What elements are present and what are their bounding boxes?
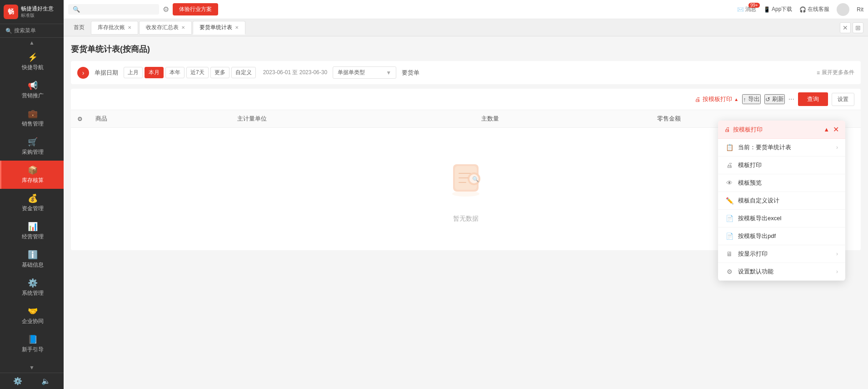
collab-icon: 🤝: [28, 306, 38, 316]
sidebar-item-apps[interactable]: 🔧 应用中心: [0, 358, 64, 363]
expand-icon: ≡: [817, 70, 820, 76]
refresh-icon: ↺: [765, 96, 770, 103]
date-btn-more[interactable]: 更多: [210, 67, 229, 78]
volume-footer-icon[interactable]: 🔈: [41, 377, 50, 385]
topbar-search-input[interactable]: [82, 6, 145, 13]
app-download-btn[interactable]: 📱 App下载: [763, 5, 792, 13]
topbar-search-box[interactable]: 🔍: [68, 4, 159, 15]
sidebar-item-inventory[interactable]: 📦 库存核算: [0, 161, 64, 189]
tab-home[interactable]: 首页: [68, 21, 90, 34]
current-template-item[interactable]: 📋 当前：要货单统计表 ›: [718, 139, 845, 157]
set-default-chevron-icon: ›: [836, 268, 838, 275]
sidebar-item-sales[interactable]: 💼 销售管理: [0, 104, 64, 132]
set-default-icon: ⚙: [725, 268, 733, 275]
tab-close-inventory-batch[interactable]: ✕: [128, 25, 131, 30]
export-btn[interactable]: ↑ 导出: [742, 94, 761, 104]
template-design-item[interactable]: ✏️ 模板自定义设计: [718, 192, 845, 210]
user-avatar[interactable]: [837, 3, 849, 16]
display-print-item[interactable]: 🖥 按显示打印 ›: [718, 245, 845, 263]
sidebar-scroll-up[interactable]: ▲: [0, 38, 64, 48]
sidebar-search[interactable]: 🔍 搜索菜单: [0, 24, 64, 38]
template-print-item[interactable]: 🖨 模板打印: [718, 157, 845, 174]
sidebar-item-shortcuts[interactable]: ⚡ 快捷导航: [0, 48, 64, 76]
finance-icon: 💰: [28, 193, 38, 203]
tab-maximize-btn[interactable]: ⊞: [853, 22, 863, 33]
type-filter-select[interactable]: 单据单类型 ▼: [333, 66, 396, 79]
topbar-gear-icon[interactable]: ⚙: [163, 5, 169, 14]
sidebar-logo: 畅 畅捷通好生意 标准版: [0, 0, 64, 24]
topbar-right-actions: ✉️ 消息 99+ 📱 App下载 🎧 在线客服 Rit: [737, 3, 863, 16]
print-dropdown: 🖨 按模板打印 ▲ ✕ 📋 当前：要货单统计表 › 🖨 模板打印: [718, 121, 845, 281]
refresh-btn[interactable]: ↺ 刷新: [764, 94, 785, 104]
more-options-icon[interactable]: ···: [788, 95, 794, 103]
sidebar-item-guide[interactable]: 📘 新手引导: [0, 330, 64, 358]
date-btn-custom[interactable]: 自定义: [231, 67, 256, 78]
scroll-down-icon[interactable]: ▼: [29, 364, 35, 371]
template-preview-item[interactable]: 👁 模板预览: [718, 174, 845, 192]
operations-icon: 📊: [28, 222, 38, 232]
tab-close-stock-summary[interactable]: ✕: [181, 25, 185, 30]
sidebar-item-marketing[interactable]: 📢 营销推广: [0, 76, 64, 104]
tabbar-actions: ✕ ⊞: [840, 22, 863, 33]
date-btn-this-year[interactable]: 本年: [165, 67, 185, 78]
goods-type-label: 要货单: [402, 69, 419, 77]
query-btn[interactable]: 查询: [798, 92, 828, 106]
template-export-excel-item[interactable]: 📄 按模板导出excel: [718, 210, 845, 227]
select-chevron-icon: ▼: [386, 70, 391, 76]
sidebar-item-purchase[interactable]: 🛒 采购管理: [0, 132, 64, 161]
empty-text: 暂无数据: [453, 215, 479, 223]
settings-btn[interactable]: 设置: [832, 93, 854, 106]
sidebar-item-basics[interactable]: ℹ️ 基础信息: [0, 245, 64, 273]
sidebar-item-system[interactable]: ⚙️ 系统管理: [0, 273, 64, 302]
purchase-icon: 🛒: [28, 137, 38, 147]
tab-close-all-btn[interactable]: ✕: [840, 22, 851, 33]
shortcuts-icon: ⚡: [28, 52, 38, 62]
dropdown-chevron-up-icon[interactable]: ▲: [823, 126, 829, 133]
sidebar: 畅 畅捷通好生意 标准版 🔍 搜索菜单 ▲ ⚡ 快捷导航 📢 营销推广 💼 销售…: [0, 0, 64, 389]
display-print-icon: 🖥: [725, 250, 733, 258]
headset-icon: 🎧: [799, 6, 806, 13]
template-export-pdf-icon: 📄: [725, 232, 733, 240]
template-print-icon: 🖨: [725, 162, 733, 169]
search-icon: 🔍: [5, 28, 12, 34]
table-settings-th[interactable]: ⚙: [71, 110, 89, 128]
dropdown-close-icon[interactable]: ✕: [833, 125, 839, 134]
scroll-up-icon[interactable]: ▲: [29, 40, 35, 46]
set-default-left: ⚙ 设置默认功能: [725, 268, 773, 276]
template-export-pdf-item[interactable]: 📄 按模板导出pdf: [718, 227, 845, 245]
date-btn-last-month[interactable]: 上月: [124, 67, 143, 78]
sidebar-item-finance[interactable]: 💰 资金管理: [0, 189, 64, 217]
col-unit: 主计量单位: [231, 110, 475, 128]
page-content: 要货单统计表(按商品) › 单据日期 上月 本月 本年 近7天 更多 自定义 2…: [64, 36, 868, 389]
sidebar-item-operations[interactable]: 📊 经营管理: [0, 217, 64, 245]
tab-stock-summary[interactable]: 收发存汇总表 ✕: [139, 21, 192, 35]
current-template-chevron-icon: ›: [836, 144, 838, 151]
svg-text:🔍: 🔍: [472, 176, 479, 182]
sidebar-item-collab[interactable]: 🤝 企业协同: [0, 302, 64, 330]
date-btn-this-month[interactable]: 本月: [145, 67, 164, 78]
settings-footer-icon[interactable]: ⚙️: [13, 377, 22, 385]
message-icon: ✉️: [737, 6, 744, 13]
date-btn-7days[interactable]: 近7天: [186, 67, 209, 78]
set-default-item[interactable]: ⚙ 设置默认功能 ›: [718, 263, 845, 281]
sidebar-nav: ⚡ 快捷导航 📢 营销推广 💼 销售管理 🛒 采购管理 📦 库存核算 💰 资金管…: [0, 48, 64, 363]
expand-filter-btn[interactable]: ≡ 展开更多条件: [817, 69, 854, 76]
date-range-text: 2023-06-01 至 2023-06-30: [263, 69, 327, 76]
action-row: 🖨 按模板打印 ▲ ↑ 导出 ↺ 刷新 ··· 查询 设置: [71, 89, 861, 110]
filter-toggle-btn[interactable]: ›: [77, 67, 89, 79]
online-service-btn[interactable]: 🎧 在线客服: [799, 5, 829, 13]
username-label[interactable]: Rit: [857, 6, 863, 13]
trial-button[interactable]: 体验行业方案: [173, 3, 218, 15]
dropdown-title: 🖨 按模板打印: [724, 126, 763, 134]
inventory-icon: 📦: [28, 165, 38, 175]
print-template-btn[interactable]: 🖨 按模板打印 ▲: [695, 95, 738, 103]
tab-close-order-statistics[interactable]: ✕: [235, 25, 239, 30]
tab-order-statistics[interactable]: 要货单统计表 ✕: [193, 21, 245, 35]
template-design-icon: ✏️: [725, 197, 733, 204]
messages-btn[interactable]: ✉️ 消息 99+: [737, 5, 756, 13]
marketing-icon: 📢: [28, 81, 38, 91]
tab-inventory-batch[interactable]: 库存批次账 ✕: [91, 21, 138, 35]
table-settings-icon[interactable]: ⚙: [77, 116, 83, 122]
basics-icon: ℹ️: [28, 250, 38, 260]
sidebar-scroll-down[interactable]: ▼: [0, 363, 64, 373]
